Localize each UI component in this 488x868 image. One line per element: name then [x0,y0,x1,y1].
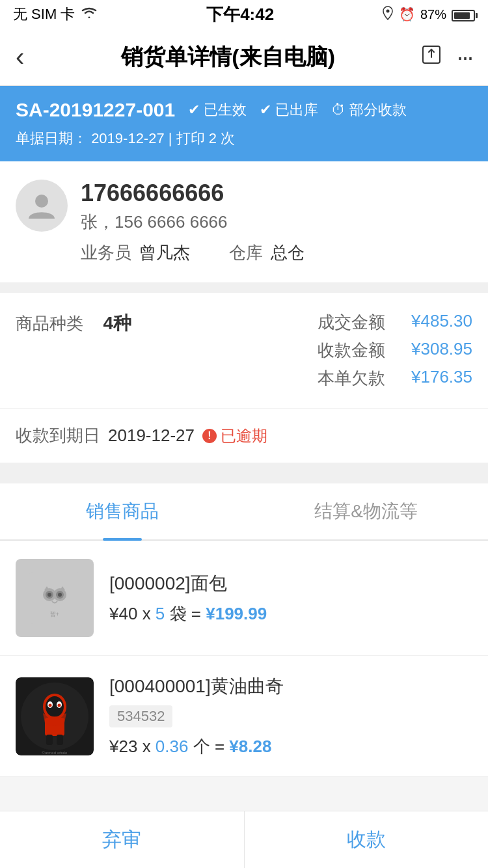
order-date: 单据日期： 2019-12-27 | 打印 2 次 [16,129,472,148]
status-carrier: 无 SIM 卡 [13,5,98,24]
products-list: 暂+ [0000002]面包 ¥40 x 5 袋 = ¥199.99 [0,541,488,777]
more-button[interactable]: ··· [457,44,472,71]
carrier-text: 无 SIM 卡 [13,5,75,24]
divider-2 [0,463,488,473]
tabs-section: 销售商品 结算&物流等 [0,473,488,541]
battery-icon [452,7,475,22]
warehouse-value: 总仓 [271,241,305,264]
sales-label: 业务员 [81,241,131,264]
sales-info: 业务员 曾凡杰 [81,241,190,264]
product-thumbnail-2: ©armed whale [16,677,94,755]
product-tabs: 销售商品 结算&物流等 [0,483,488,541]
status-bar: 无 SIM 卡 下午4:42 ⏰ 87% [0,0,488,29]
product-item: 暂+ [0000002]面包 ¥40 x 5 袋 = ¥199.99 [0,541,488,656]
bottom-bar: 弃审 收款 [0,811,488,868]
overdue-icon: ! [202,429,217,443]
product-name-2: [000400001]黄油曲奇 [109,674,472,699]
nav-bar: ‹ 销货单详情(来自电脑) ··· [0,29,488,86]
svg-text:暂+: 暂+ [50,611,59,617]
status-active: ✔ 已生效 [188,100,247,120]
category-stats: 商品种类 4种 [16,311,131,390]
svg-point-2 [35,195,48,208]
reject-button[interactable]: 弃审 [0,811,245,868]
status-partial: ⏱ 部分收款 [331,100,407,120]
tab-settlement[interactable]: 结算&物流等 [244,483,488,539]
stats-section: 商品种类 4种 成交金额 ¥485.30 收款金额 ¥308.95 本单欠款 ¥… [0,293,488,408]
svg-point-17 [49,703,52,707]
customer-info: 17666666666 张，156 6666 6666 业务员 曾凡杰 仓库 总… [81,180,472,264]
product-item: ©armed whale [000400001]黄油曲奇 534532 ¥23 … [0,656,488,777]
product-info-2: [000400001]黄油曲奇 534532 ¥23 x 0.36 个 = ¥8… [109,674,472,758]
customer-avatar [16,180,68,232]
due-date: 2019-12-27 [108,426,195,446]
product-name-1: [0000002]面包 [109,571,472,596]
tab-products[interactable]: 销售商品 [0,483,244,539]
product-qty-2: 0.36 [156,737,189,756]
financial-stats: 成交金额 ¥485.30 收款金额 ¥308.95 本单欠款 ¥176.35 [318,311,472,390]
product-total-1: ¥199.99 [206,604,267,623]
due-label: 收款到期日 [16,424,100,447]
divider-1 [0,282,488,293]
due-section: 收款到期日 2019-12-27 ! 已逾期 [0,408,488,463]
status-shipped: ✔ 已出库 [260,100,318,120]
collect-button[interactable]: 收款 [245,811,489,868]
clock-icon: ⏱ [331,102,346,118]
customer-id: 17666666666 [81,180,472,207]
nav-actions: ··· [422,44,472,71]
product-price-2: ¥23 x 0.36 个 = ¥8.28 [109,735,472,758]
share-button[interactable] [422,45,441,69]
product-sku-2: 534532 [109,705,172,727]
received-row: 收款金额 ¥308.95 [318,339,472,362]
alarm-icon: ⏰ [399,7,415,22]
order-header: SA-20191227-001 ✔ 已生效 ✔ 已出库 ⏱ 部分收款 单据日期：… [0,86,488,161]
wifi-icon [80,6,98,23]
status-right: ⏰ 87% [382,6,475,23]
check-icon-2: ✔ [260,102,271,118]
battery-percent: 87% [420,7,446,22]
product-price-1: ¥40 x 5 袋 = ¥199.99 [109,603,472,625]
status-time: 下午4:42 [206,3,274,26]
sales-value: 曾凡杰 [139,241,190,264]
svg-point-9 [58,593,62,597]
customer-section: 17666666666 张，156 6666 6666 业务员 曾凡杰 仓库 总… [0,161,488,282]
product-qty-1: 5 [156,604,165,623]
product-thumbnail-1: 暂+ [16,559,94,637]
svg-point-0 [386,9,389,12]
back-button[interactable]: ‹ [16,42,24,72]
svg-point-8 [47,593,51,597]
product-info-1: [0000002]面包 ¥40 x 5 袋 = ¥199.99 [109,571,472,625]
svg-point-18 [58,703,61,707]
order-id: SA-20191227-001 [16,99,175,121]
product-total-2: ¥8.28 [229,737,271,756]
svg-rect-20 [46,735,53,745]
location-icon [382,6,394,23]
page-title: 销货单详情(来自电脑) [34,42,422,72]
warehouse-info: 仓库 总仓 [229,241,305,264]
check-icon-1: ✔ [188,102,200,118]
svg-text:©armed whale: ©armed whale [42,751,68,755]
customer-meta: 业务员 曾凡杰 仓库 总仓 [81,241,472,264]
customer-name: 张，156 6666 6666 [81,211,472,234]
owed-row: 本单欠款 ¥176.35 [318,367,472,390]
warehouse-label: 仓库 [229,241,263,264]
overdue-badge: ! 已逾期 [202,426,267,446]
svg-rect-21 [57,735,63,745]
overdue-text: 已逾期 [221,426,267,446]
transaction-row: 成交金额 ¥485.30 [318,311,472,334]
